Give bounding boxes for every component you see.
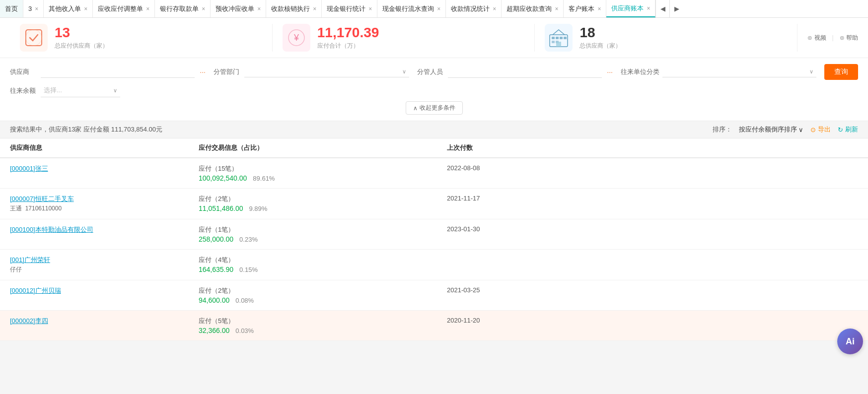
- table-row[interactable]: [000007]恒旺二手叉车 王通 17106110000 应付（2笔） 11,…: [0, 189, 868, 219]
- nav-other-income[interactable]: 其他收入单 ×: [44, 0, 93, 17]
- last-pay-col: 2020-11-20: [447, 317, 858, 324]
- svg-rect-5: [552, 37, 555, 39]
- nav-prev-arrow[interactable]: ◀: [655, 0, 669, 17]
- close-icon[interactable]: ×: [202, 5, 205, 12]
- svg-rect-11: [556, 42, 561, 47]
- transaction-pct: 0.23%: [239, 236, 258, 243]
- svg-rect-8: [564, 37, 567, 39]
- col-header-lastpay: 上次付数: [447, 143, 858, 152]
- video-link[interactable]: ⊙ 视频: [807, 34, 826, 42]
- nav-customer-ledger[interactable]: 客户账本 ×: [564, 0, 606, 17]
- supplier-name-link[interactable]: [000012]广州贝瑞: [10, 286, 199, 295]
- transaction-amount: 100,092,540.00: [199, 174, 247, 182]
- transaction-label: 应付（1笔）: [199, 225, 447, 234]
- balance-filter-label: 往来余额: [10, 86, 38, 95]
- help-link[interactable]: ⊙ 帮助: [840, 34, 858, 42]
- nav-receipt-stat[interactable]: 收款情况统计 ×: [446, 0, 502, 17]
- supplier-name-link[interactable]: [000007]恒旺二手叉车: [10, 195, 199, 203]
- main-table: 供应商信息 应付交易信息（占比） 上次付数 [000001]张三 应付（15笔）…: [0, 138, 868, 341]
- payable-supplier-label: 总应付供应商（家）: [55, 42, 108, 50]
- sort-chevron-icon: ∨: [798, 126, 803, 133]
- transaction-label: 应付（15笔）: [199, 164, 447, 173]
- svg-text:¥: ¥: [293, 33, 299, 43]
- svg-rect-6: [556, 37, 559, 39]
- dept-select[interactable]: ∨: [244, 66, 409, 77]
- sort-label: 排序：: [713, 125, 732, 134]
- balance-select[interactable]: 选择... ∨: [41, 84, 120, 97]
- close-icon[interactable]: ×: [146, 5, 149, 12]
- nav-cash-bank-flow[interactable]: 现金银行流水查询 ×: [377, 0, 446, 17]
- transaction-col: 应付（4笔） 164,635.90 0.15%: [199, 256, 447, 273]
- balance-filter: 往来余额 选择... ∨: [10, 84, 139, 97]
- total-supplier-count: 18: [579, 25, 621, 41]
- nav-bank-deposit[interactable]: 银行存取款单 ×: [155, 0, 211, 17]
- supplier-contact: 王通 17106110000: [10, 204, 199, 213]
- dept-filter-label: 分管部门: [214, 67, 241, 76]
- transaction-pct: 0.15%: [239, 266, 258, 273]
- last-pay-date: 2020-11-20: [447, 317, 480, 324]
- last-pay-col: 2023-01-30: [447, 225, 858, 233]
- payable-total-amount: 11,170.39: [317, 25, 379, 41]
- transaction-amount: 258,000.00: [199, 235, 233, 243]
- last-pay-date: 2021-03-25: [447, 286, 480, 294]
- table-row[interactable]: [001]广州荣轩 仔仔 应付（4笔） 164,635.90 0.15%: [0, 250, 868, 280]
- nav-supplier-ledger[interactable]: 供应商账本 ×: [606, 0, 655, 17]
- nav-next-arrow[interactable]: ▶: [669, 0, 683, 17]
- close-icon[interactable]: ×: [257, 5, 261, 12]
- close-icon[interactable]: ×: [597, 5, 601, 12]
- supplier-ellipsis-btn[interactable]: ···: [200, 68, 206, 76]
- supplier-name-link[interactable]: [000100]本特勤油品有限公司: [10, 225, 199, 234]
- payable-supplier-count: 13: [55, 25, 108, 41]
- close-icon[interactable]: ×: [647, 5, 650, 12]
- supplier-name-link[interactable]: [001]广州荣轩: [10, 256, 199, 264]
- supplier-info-col: [000100]本特勤油品有限公司: [10, 225, 199, 234]
- top-navigation: 首页 3 × 其他收入单 × 应收应付调整单 × 银行存取款单 × 预收冲应收单…: [0, 0, 868, 18]
- supplier-input[interactable]: [41, 66, 195, 78]
- close-icon[interactable]: ×: [313, 5, 316, 12]
- table-row[interactable]: [000100]本特勤油品有限公司 应付（1笔） 258,000.00 0.23…: [0, 219, 868, 250]
- nav-prepay-offset[interactable]: 预收冲应收单 ×: [211, 0, 266, 17]
- close-icon[interactable]: ×: [35, 5, 38, 12]
- balance-chevron-icon: ∨: [113, 87, 117, 94]
- supplier-contact: 仔仔: [10, 265, 199, 274]
- person-filter-label: 分管人员: [417, 67, 445, 76]
- nav-payment-verify[interactable]: 收款核销执行 ×: [266, 0, 322, 17]
- nav-home[interactable]: 首页: [0, 0, 23, 17]
- nav-cash-bank-stat[interactable]: 现金银行统计 ×: [322, 0, 377, 17]
- nav-tab3[interactable]: 3 ×: [23, 0, 44, 17]
- filter-row-2: 往来余额 选择... ∨: [10, 84, 858, 97]
- person-ellipsis-btn[interactable]: ···: [607, 68, 613, 76]
- collapse-button[interactable]: ∧ 收起更多条件: [406, 101, 463, 115]
- supplier-info-col: [001]广州荣轩 仔仔: [10, 256, 199, 274]
- close-icon[interactable]: ×: [84, 5, 87, 12]
- close-icon[interactable]: ×: [368, 5, 372, 12]
- supplier-payable-icon: [20, 24, 48, 52]
- close-icon[interactable]: ×: [555, 5, 558, 12]
- results-actions: 排序： 按应付余额倒序排序 ∨ ⊙ 导出 ↻ 刷新: [713, 125, 858, 134]
- refresh-button[interactable]: ↻ 刷新: [838, 125, 858, 134]
- close-icon[interactable]: ×: [437, 5, 440, 12]
- export-button[interactable]: ⊙ 导出: [810, 125, 831, 134]
- sort-select[interactable]: 按应付余额倒序排序 ∨: [739, 125, 803, 134]
- person-filter: 分管人员 ···: [417, 66, 613, 78]
- table-header: 供应商信息 应付交易信息（占比） 上次付数: [0, 138, 868, 158]
- nav-ar-ap-adjust[interactable]: 应收应付调整单 ×: [93, 0, 155, 17]
- table-row[interactable]: [000001]张三 应付（15笔） 100,092,540.00 89.61%…: [0, 158, 868, 189]
- category-select[interactable]: ∨: [662, 66, 816, 77]
- supplier-name-link[interactable]: [000001]张三: [10, 164, 199, 173]
- nav-overdue-ar[interactable]: 超期应收款查询 ×: [502, 0, 564, 17]
- table-row[interactable]: [000012]广州贝瑞 应付（2笔） 94,600.00 0.08% 2021…: [0, 280, 868, 311]
- stat-payable-suppliers: 13 总应付供应商（家）: [10, 24, 273, 52]
- table-row[interactable]: [000002]李四 应付（5笔） 32,366.00 0.03% 2020-1…: [0, 311, 868, 341]
- category-filter-label: 往来单位分类: [621, 67, 659, 76]
- refresh-icon: ↻: [838, 126, 843, 133]
- transaction-col: 应付（5笔） 32,366.00 0.03%: [199, 317, 447, 334]
- total-supplier-label: 总供应商（家）: [579, 42, 621, 50]
- svg-rect-7: [560, 37, 563, 39]
- close-icon[interactable]: ×: [493, 5, 496, 12]
- person-input[interactable]: [448, 66, 602, 78]
- transaction-label: 应付（2笔）: [199, 195, 447, 203]
- supplier-name-link[interactable]: [000002]李四: [10, 317, 199, 326]
- last-pay-col: 2021-11-17: [447, 195, 858, 202]
- query-button[interactable]: 查询: [824, 64, 858, 80]
